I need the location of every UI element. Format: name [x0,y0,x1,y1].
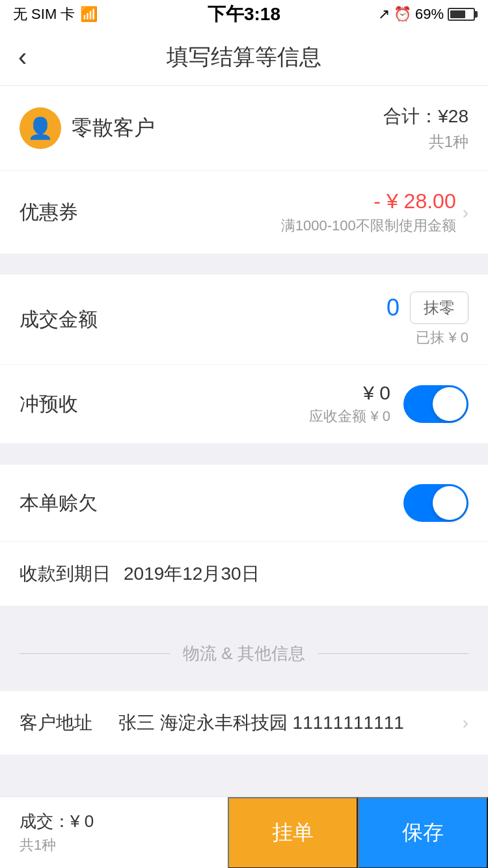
customer-total: 合计：¥28 [383,104,468,129]
bottom-count: 共1种 [20,835,208,855]
credit-toggle-knob [433,486,467,520]
status-bar: 无 SIM 卡 📶 下午3:18 ↗ ⏰ 69% [0,0,488,29]
logistics-header: 物流 & 其他信息 [0,627,488,681]
round-off-button[interactable]: 抹零 [410,292,468,324]
coupon-amount: - ¥ 28.00 [281,189,456,213]
battery-fill [450,10,465,18]
deal-amount-card: 成交金额 0 抹零 已抹 ¥ 0 冲预收 ¥ 0 应收金额 ¥ 0 [0,275,488,444]
logistics-line-left [20,653,170,654]
coupon-label: 优惠券 [20,199,78,226]
section-divider-3 [0,616,488,627]
hold-button[interactable]: 挂单 [228,797,358,869]
credit-label: 本单赊欠 [20,490,98,517]
deal-amount-row: 成交金额 0 抹零 已抹 ¥ 0 [0,275,488,365]
prepay-toggle-knob [433,387,467,421]
prepay-receivable: 应收金额 ¥ 0 [309,407,390,426]
bottom-deal-text: 成交：¥ 0 [20,810,208,833]
already-deducted-text: 已抹 ¥ 0 [416,328,468,347]
alarm-icon: ⏰ [394,6,411,23]
prepay-label: 冲预收 [20,391,78,418]
location-icon: ↗ [378,6,390,23]
bottom-summary: 成交：¥ 0 共1种 [0,810,228,855]
due-date-value: 2019年12月30日 [124,562,260,586]
deal-amount-input[interactable]: 0 [347,294,400,321]
customer-count: 共1种 [383,131,468,152]
bottom-deal-label: 成交： [20,811,70,831]
back-button[interactable]: ‹ [18,42,27,72]
page-title: 填写结算等信息 [167,42,321,72]
address-card: 客户地址 张三 海淀永丰科技园 11111111111 › [0,691,488,755]
logistics-line-right [318,653,468,654]
section-divider-4 [0,681,488,691]
coupon-desc: 满1000-100不限制使用金额 [281,216,456,236]
credit-card: 本单赊欠 收款到期日 2019年12月30日 [0,465,488,606]
logistics-text: 物流 & 其他信息 [170,642,318,665]
deal-amount-input-row: 0 抹零 [347,292,468,324]
address-row[interactable]: 客户地址 张三 海淀永丰科技园 11111111111 › [0,691,488,755]
coupon-chevron: › [463,202,468,223]
customer-right: 合计：¥28 共1种 [383,104,468,152]
bottom-deal-value: ¥ 0 [70,811,94,831]
customer-row: 👤 零散客户 合计：¥28 共1种 [0,86,488,170]
customer-avatar: 👤 [20,107,61,149]
coupon-detail: - ¥ 28.00 满1000-100不限制使用金额 [281,189,456,236]
address-label: 客户地址 [20,711,92,735]
address-value: 张三 海淀永丰科技园 11111111111 [118,711,450,735]
prepay-amount: ¥ 0 [309,382,390,404]
customer-card: 👤 零散客户 合计：¥28 共1种 优惠券 - ¥ 28.00 满1000-10… [0,86,488,254]
sim-status: 无 SIM 卡 [13,5,75,24]
deal-amount-value-area: 0 抹零 已抹 ¥ 0 [347,292,468,347]
prepay-row: 冲预收 ¥ 0 应收金额 ¥ 0 [0,365,488,444]
prepay-toggle[interactable] [403,385,468,423]
nav-bar: ‹ 填写结算等信息 [0,29,488,86]
due-date-row: 收款到期日 2019年12月30日 [0,541,488,606]
status-right: ↗ ⏰ 69% [378,6,475,23]
credit-row: 本单赊欠 [0,465,488,541]
battery-icon [448,8,475,21]
status-time: 下午3:18 [208,2,280,27]
prepay-amounts: ¥ 0 应收金额 ¥ 0 [309,382,390,426]
customer-left: 👤 零散客户 [20,107,155,149]
status-left: 无 SIM 卡 📶 [13,5,98,24]
coupon-row[interactable]: 优惠券 - ¥ 28.00 满1000-100不限制使用金额 › [0,170,488,254]
due-date-label: 收款到期日 [20,562,111,586]
section-divider-2 [0,454,488,465]
avatar-icon: 👤 [27,116,53,141]
coupon-right: - ¥ 28.00 满1000-100不限制使用金额 › [281,189,468,236]
bottom-bar: 成交：¥ 0 共1种 挂单 保存 [0,796,488,868]
customer-name: 零散客户 [72,114,155,142]
content: 👤 零散客户 合计：¥28 共1种 优惠券 - ¥ 28.00 满1000-10… [0,86,488,843]
save-button[interactable]: 保存 [358,797,488,869]
credit-toggle[interactable] [403,484,468,522]
address-chevron: › [463,712,468,733]
wifi-icon: 📶 [80,6,98,23]
section-divider-1 [0,264,488,275]
prepay-right: ¥ 0 应收金额 ¥ 0 [309,382,468,426]
battery-percent: 69% [415,6,444,23]
deal-amount-label: 成交金额 [20,306,98,333]
